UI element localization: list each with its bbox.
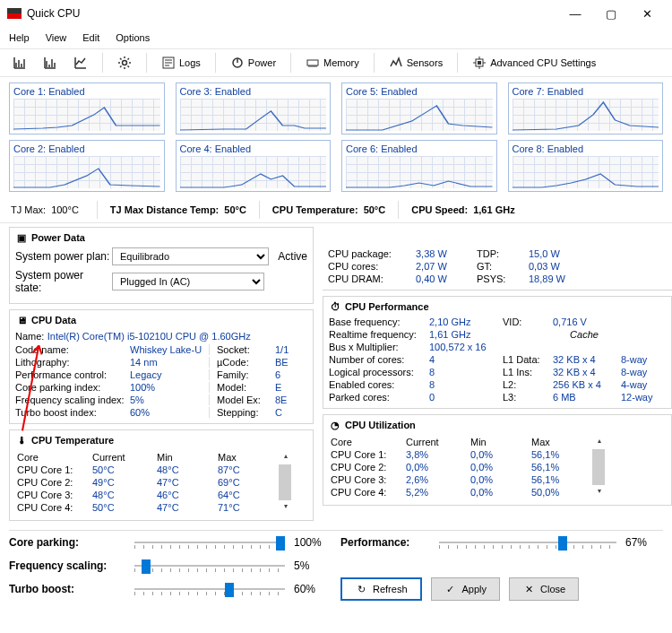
- scrollbar-thumb[interactable]: [279, 464, 291, 500]
- chart-button-2[interactable]: [38, 53, 63, 73]
- core-graph-3[interactable]: Core 3: Enabled: [176, 82, 332, 134]
- apply-button[interactable]: ✓Apply: [431, 577, 501, 601]
- log-icon: [161, 56, 176, 70]
- memory-button[interactable]: Memory: [300, 53, 365, 73]
- close-window-button[interactable]: ✕: [629, 1, 665, 26]
- turbo-boost-slider-row: Turbo boost: 60%: [9, 581, 332, 597]
- table-cell: 46°C: [157, 490, 214, 500]
- advanced-button[interactable]: Advanced CPU Settings: [467, 53, 601, 73]
- power-state-select[interactable]: Plugged In (AC): [112, 273, 264, 290]
- tjdist-label: TJ Max Distance Temp:: [110, 204, 219, 215]
- menu-view[interactable]: View: [46, 32, 67, 43]
- core-graph-7[interactable]: Core 7: Enabled: [508, 82, 664, 134]
- power-button[interactable]: Power: [225, 53, 281, 73]
- perfctrl-label: Performance control:: [15, 369, 130, 380]
- svg-point-0: [123, 61, 127, 65]
- cpuspeed-label: CPU Speed:: [411, 204, 468, 215]
- busmult-value: 100,572 x 16: [429, 342, 666, 352]
- menu-help[interactable]: Help: [9, 32, 30, 43]
- codename-label: Code name:: [15, 344, 130, 355]
- core-graph-4[interactable]: Core 4: Enabled: [176, 140, 332, 192]
- core-parking-slider[interactable]: [134, 534, 285, 551]
- chart-button-1[interactable]: [7, 53, 32, 73]
- l2-way: 4-way: [621, 379, 666, 390]
- freq-scaling-slider-row: Frequency scaling: 5%: [9, 558, 332, 574]
- scroll-down-icon[interactable]: ▾: [592, 487, 607, 498]
- pcores-value: 0: [429, 392, 501, 403]
- core-graph-1[interactable]: Core 1: Enabled: [9, 82, 165, 134]
- l3-value: 6 MB: [553, 392, 619, 403]
- modelex-value: 8E: [275, 395, 307, 405]
- table-cell: 56,1%: [531, 449, 589, 460]
- cpu-temp-title: CPU Temperature: [31, 435, 114, 446]
- refresh-button[interactable]: ↻Refresh: [340, 577, 422, 601]
- cores-label: CPU cores:: [328, 261, 409, 272]
- table-cell: 47°C: [157, 502, 214, 513]
- power-plan-select[interactable]: Equilibrado: [112, 247, 269, 265]
- table-cell: CPU Core 2:: [17, 477, 89, 488]
- gear-icon: [117, 56, 132, 70]
- memory-icon: [306, 56, 320, 70]
- turbo-label: Turbo boost index:: [15, 407, 130, 418]
- table-cell: 0,0%: [470, 474, 528, 485]
- core-graph-5[interactable]: Core 5: Enabled: [341, 82, 497, 134]
- perfctrl-value: Legacy: [130, 369, 209, 380]
- close-icon: ✕: [522, 583, 535, 595]
- menu-options[interactable]: Options: [116, 32, 150, 43]
- performance-label: Performance:: [340, 536, 430, 549]
- logs-button[interactable]: Logs: [156, 53, 206, 73]
- scroll-down-icon[interactable]: ▾: [279, 502, 293, 513]
- core-graph-2[interactable]: Core 2: Enabled: [9, 140, 165, 192]
- power-state-label: System power state:: [15, 269, 112, 294]
- gauge-icon: ⏱: [329, 300, 341, 313]
- cputemp-label: CPU Temperature:: [272, 204, 358, 215]
- menu-edit[interactable]: Edit: [82, 32, 99, 43]
- power-plan-label: System power plan:: [15, 250, 112, 263]
- power-icon: [230, 56, 245, 70]
- ncores-value: 4: [429, 354, 501, 365]
- maximize-button[interactable]: ▢: [593, 1, 629, 26]
- sensors-button[interactable]: Sensors: [383, 53, 448, 73]
- l1d-way: 8-way: [621, 354, 666, 365]
- gear-button[interactable]: [112, 53, 137, 73]
- table-cell: 47°C: [157, 477, 214, 488]
- minimize-button[interactable]: —: [557, 1, 593, 26]
- core-label: Core 4: Enabled: [180, 143, 327, 154]
- scroll-up-icon[interactable]: ▴: [279, 452, 293, 463]
- power-plug-icon: ▣: [15, 231, 28, 244]
- litho-value: 14 nm: [130, 357, 209, 368]
- turbo-boost-slider[interactable]: [134, 581, 285, 597]
- scrollbar-thumb[interactable]: [592, 449, 605, 485]
- temp-header-min: Min: [157, 452, 214, 463]
- table-cell: 69°C: [218, 477, 275, 488]
- freq-scaling-value: 5%: [294, 559, 332, 572]
- tdp-value: 15,0 W: [529, 248, 582, 259]
- util-header-current: Current: [406, 437, 467, 447]
- rtfreq-value: 1,61 GHz: [429, 329, 501, 340]
- cpu-data-title: CPU Data: [31, 315, 76, 325]
- core-graph-6[interactable]: Core 6: Enabled: [341, 140, 497, 192]
- scroll-up-icon[interactable]: ▴: [592, 437, 607, 447]
- core-graphs: Core 1: Enabled Core 3: Enabled Core 5: …: [0, 77, 672, 197]
- core-label: Core 5: Enabled: [346, 86, 493, 97]
- table-cell: 49°C: [92, 477, 153, 488]
- performance-slider[interactable]: [439, 534, 616, 551]
- temp-header-current: Current: [92, 452, 153, 463]
- table-cell: 0,0%: [406, 462, 467, 473]
- l1d-value: 32 KB x 4: [553, 354, 619, 365]
- chart-button-3[interactable]: [68, 53, 93, 73]
- core-graph-8[interactable]: Core 8: Enabled: [508, 140, 664, 192]
- freq-scaling-slider[interactable]: [134, 558, 285, 574]
- table-cell: 48°C: [92, 490, 153, 500]
- dram-value: 0,40 W: [416, 273, 470, 284]
- ecores-value: 8: [429, 379, 501, 390]
- close-button[interactable]: ✕Close: [509, 577, 579, 601]
- chart-icon: [73, 56, 88, 70]
- dram-label: CPU DRAM:: [328, 273, 409, 284]
- l1i-way: 8-way: [621, 367, 666, 377]
- svg-rect-3: [307, 60, 318, 65]
- power-data-section: ▣Power Data System power plan: Equilibra…: [9, 227, 314, 304]
- table-cell: 5,2%: [406, 487, 467, 498]
- model-value: E: [275, 382, 307, 393]
- cputemp-value: 50°C: [364, 204, 386, 215]
